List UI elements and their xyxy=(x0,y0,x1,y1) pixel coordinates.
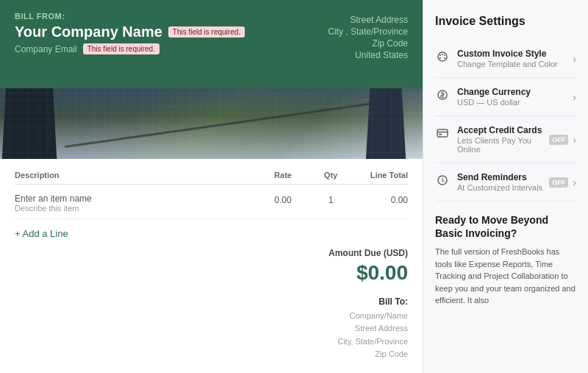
company-email-row: Company Email This field is required. xyxy=(15,43,245,54)
table-row: Enter an item name Describe this item 0.… xyxy=(15,188,408,219)
upgrade-title: Ready to Move Beyond Basic Invoicing? xyxy=(435,213,576,240)
chevron-right-icon: › xyxy=(573,53,576,65)
settings-item-currency[interactable]: Change Currency USD — US dollar › xyxy=(435,78,576,116)
palette-icon xyxy=(435,49,450,64)
amount-due-value: $0.00 xyxy=(276,261,408,285)
zip-code-text: Zip Code xyxy=(328,38,408,49)
settings-title: Invoice Settings xyxy=(435,15,576,28)
custom-style-title: Custom Invoice Style xyxy=(457,49,558,59)
settings-item-custom-style[interactable]: Custom Invoice Style Change Template and… xyxy=(435,40,576,78)
chevron-right-icon-2: › xyxy=(573,91,576,103)
item-description-cell: Enter an item name Describe this item xyxy=(15,193,254,213)
svg-point-0 xyxy=(438,52,447,61)
bill-from-address: Street Address City , State/Province Zip… xyxy=(328,12,408,77)
upgrade-text: The full version of FreshBooks has tools… xyxy=(435,246,576,307)
svg-point-2 xyxy=(444,54,445,56)
svg-point-4 xyxy=(444,57,445,59)
currency-icon xyxy=(435,88,450,102)
right-panel: Invoice Settings Custom Invoice Style Ch… xyxy=(423,0,588,373)
col-qty: Qty xyxy=(312,171,349,180)
credit-cards-subtitle: Lets Clients Pay You Online xyxy=(457,136,549,154)
chevron-right-icon-3: › xyxy=(573,134,576,146)
left-panel: Bill From: Your Company Name This field … xyxy=(0,0,423,373)
company-name-row: Your Company Name This field is required… xyxy=(15,24,245,40)
reminders-toggle[interactable]: OFF xyxy=(549,177,568,188)
hero-image xyxy=(0,88,423,159)
required-badge-email: This field is required. xyxy=(83,43,159,54)
col-rate: Rate xyxy=(254,171,312,180)
credit-cards-toggle[interactable]: OFF xyxy=(549,135,568,145)
bill-to-zip: Zip Code xyxy=(337,348,408,361)
required-badge-name: This field is required. xyxy=(168,26,245,38)
chevron-right-icon-4: › xyxy=(573,177,576,188)
add-line-button[interactable]: + Add a Line xyxy=(15,219,68,242)
rate-cell[interactable]: 0.00 xyxy=(254,193,312,213)
settings-item-reminders[interactable]: Send Reminders At Customized Intervals O… xyxy=(435,163,576,202)
credit-cards-title: Accept Credit Cards xyxy=(457,125,549,135)
settings-item-credit-cards[interactable]: Accept Credit Cards Lets Clients Pay You… xyxy=(435,116,576,163)
building-left xyxy=(0,88,59,159)
bill-from-header: Bill From: Your Company Name This field … xyxy=(0,0,423,88)
bill-from-left: Bill From: Your Company Name This field … xyxy=(15,12,245,77)
company-name-text: Your Company Name xyxy=(15,24,162,40)
svg-point-5 xyxy=(442,54,443,55)
building-right xyxy=(364,88,408,159)
upgrade-section: Ready to Move Beyond Basic Invoicing? Th… xyxy=(435,213,576,307)
company-email-label: Company Email xyxy=(15,44,77,54)
city-state-text: City , State/Province xyxy=(328,26,408,37)
line-items-table: Description Rate Qty Line Total Enter an… xyxy=(15,171,408,219)
bill-from-label: Bill From: xyxy=(15,12,245,21)
bill-to-company: Company/Name xyxy=(337,310,408,323)
svg-point-1 xyxy=(440,54,441,56)
svg-rect-7 xyxy=(437,129,448,137)
bridge-element xyxy=(65,102,379,148)
bill-to-street: Street Address xyxy=(337,322,408,335)
line-total-cell: 0.00 xyxy=(349,193,408,213)
item-desc[interactable]: Describe this item xyxy=(15,204,254,213)
reminders-title: Send Reminders xyxy=(457,172,542,182)
bill-to-label: Bill To: xyxy=(337,296,408,307)
invoice-bottom: Amount Due (USD) $0.00 Bill To: Company/… xyxy=(15,248,408,361)
custom-style-subtitle: Change Template and Color xyxy=(457,60,558,68)
col-line-total: Line Total xyxy=(349,171,408,180)
credit-card-icon xyxy=(435,126,450,141)
amount-section: Amount Due (USD) $0.00 xyxy=(276,248,408,285)
qty-cell[interactable]: 1 xyxy=(312,193,349,213)
item-name[interactable]: Enter an item name xyxy=(15,193,254,204)
street-address-text: Street Address xyxy=(328,15,408,25)
svg-point-3 xyxy=(440,57,441,59)
bill-to-city: City, State/Province xyxy=(337,335,408,349)
reminders-subtitle: At Customized Intervals xyxy=(457,183,542,192)
currency-subtitle: USD — US dollar xyxy=(457,98,531,107)
table-header: Description Rate Qty Line Total xyxy=(15,171,408,185)
invoice-body: Description Rate Qty Line Total Enter an… xyxy=(0,159,423,373)
bill-to-section: Bill To: Company/Name Street Address Cit… xyxy=(337,296,408,361)
country-text: United States xyxy=(328,50,408,60)
clock-icon xyxy=(435,173,450,188)
col-description: Description xyxy=(15,171,254,180)
svg-rect-9 xyxy=(439,134,442,135)
amount-due-label: Amount Due (USD) xyxy=(276,248,408,258)
currency-title: Change Currency xyxy=(457,87,531,97)
